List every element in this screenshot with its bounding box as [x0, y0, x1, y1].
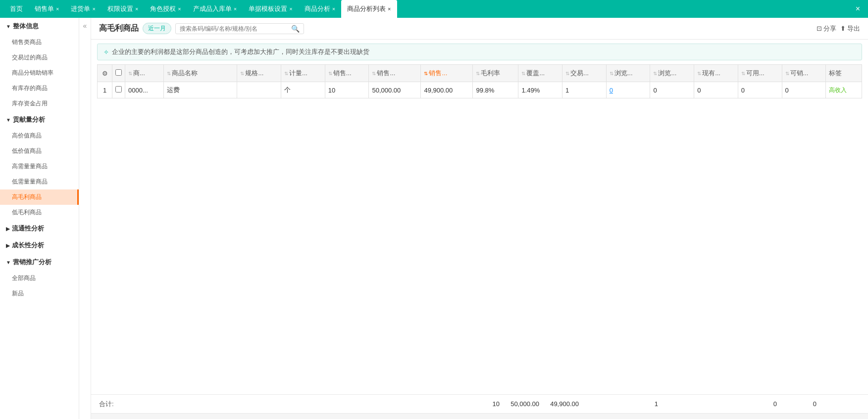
close-roles-tab[interactable]: ×: [178, 6, 181, 12]
col-spec[interactable]: ⇅规格...: [237, 65, 281, 82]
col-available-stock[interactable]: ⇅可用...: [738, 65, 782, 82]
search-input[interactable]: [180, 25, 291, 32]
export-icon: ⬆: [840, 25, 846, 32]
cell-name: 运费: [164, 82, 237, 98]
col-code[interactable]: ⇅商...: [125, 65, 164, 82]
sidebar-item-new-goods[interactable]: 新品: [0, 286, 79, 301]
col-view2[interactable]: ⇅浏览...: [650, 65, 694, 82]
sidebar-item-high-value[interactable]: 高价值商品: [0, 128, 79, 143]
sidebar-item-distribution-rate[interactable]: 商品分销助销率: [0, 65, 79, 81]
cell-checkbox[interactable]: [112, 82, 125, 98]
footer-current-stock: 0: [741, 400, 781, 408]
col-checkbox[interactable]: [112, 65, 125, 82]
filter-recent-month-button[interactable]: 近一月: [143, 23, 171, 34]
col-unit[interactable]: ⇅计量...: [281, 65, 325, 82]
col-tag[interactable]: 标签: [826, 65, 862, 82]
close-analysis-list-tab[interactable]: ×: [388, 6, 391, 12]
top-navigation: 首页 销售单 × 进货单 × 权限设置 × 角色授权 × 产成品入库单 × 单据…: [0, 0, 868, 18]
share-icon: ⊡: [817, 25, 822, 32]
nav-purchase[interactable]: 进货单 ×: [65, 0, 101, 18]
table-area: ⚙ ⇅商... ⇅商品名称 ⇅规格... ⇅计量... ⇅销售... ⇅销售..…: [91, 64, 868, 394]
cell-view2: 0: [650, 82, 694, 98]
export-button[interactable]: ⬆ 导出: [840, 24, 860, 33]
col-name[interactable]: ⇅商品名称: [164, 65, 237, 82]
close-sales-tab[interactable]: ×: [56, 6, 59, 12]
sidebar-group-marketing[interactable]: ▼ 营销推广分析: [0, 254, 79, 271]
close-analysis-tab[interactable]: ×: [332, 6, 335, 12]
sidebar-group-contribution[interactable]: ▼ 贡献量分析: [0, 111, 79, 128]
sidebar-item-high-margin[interactable]: 高毛利商品: [0, 189, 79, 205]
cell-sales-amount: 50,000.00: [369, 82, 421, 98]
nav-template[interactable]: 单据模板设置 ×: [243, 0, 298, 18]
nav-analysis[interactable]: 商品分析 ×: [299, 0, 341, 18]
cell-current-stock: 0: [694, 82, 738, 98]
col-sales-qty[interactable]: ⇅销售...: [325, 65, 369, 82]
sidebar-item-stock-capital[interactable]: 库存资金占用: [0, 96, 79, 111]
cell-saleable-stock: 0: [782, 82, 826, 98]
col-gross-rate[interactable]: ⇅毛利率: [473, 65, 518, 82]
sidebar-item-sales-goods[interactable]: 销售类商品: [0, 35, 79, 50]
sidebar-item-traded-goods[interactable]: 交易过的商品: [0, 50, 79, 65]
nav-permissions[interactable]: 权限设置 ×: [102, 0, 144, 18]
col-saleable-stock[interactable]: ⇅可销...: [782, 65, 826, 82]
sidebar-group-liquidity[interactable]: ▶ 流通性分析: [0, 220, 79, 237]
sidebar-item-high-demand[interactable]: 高需量量商品: [0, 159, 79, 174]
col-current-stock[interactable]: ⇅现有...: [694, 65, 738, 82]
search-box: 🔍: [175, 23, 304, 34]
group-label-growth: 成长性分析: [12, 241, 44, 250]
footer-sales-qty: 10: [464, 400, 504, 408]
sidebar-group-growth[interactable]: ▶ 成长性分析: [0, 237, 79, 254]
group-label-liquidity: 流通性分析: [12, 224, 44, 233]
horizontal-scrollbar[interactable]: [91, 413, 868, 419]
close-template-tab[interactable]: ×: [289, 6, 292, 12]
select-all-checkbox[interactable]: [115, 69, 122, 76]
info-icon: ✧: [103, 48, 109, 56]
close-all-button[interactable]: ×: [852, 4, 864, 13]
cell-tag: 高收入: [826, 82, 862, 98]
nav-home[interactable]: 首页: [4, 0, 29, 18]
col-coverage[interactable]: ⇅覆盖...: [518, 65, 562, 82]
close-production-tab[interactable]: ×: [234, 6, 237, 12]
sidebar-group-overall[interactable]: ▼ 整体信息: [0, 18, 79, 35]
nav-roles[interactable]: 角色授权 ×: [144, 0, 187, 18]
data-table: ⚙ ⇅商... ⇅商品名称 ⇅规格... ⇅计量... ⇅销售... ⇅销售..…: [97, 64, 862, 98]
col-sales-amount[interactable]: ⇅销售...: [369, 65, 421, 82]
arrow-contribution: ▼: [6, 117, 11, 123]
col-settings[interactable]: ⚙: [98, 65, 112, 82]
sidebar: ▼ 整体信息 销售类商品 交易过的商品 商品分销助销率 有库存的商品 库存资金占…: [0, 18, 79, 419]
cell-num: 1: [98, 82, 112, 98]
sidebar-collapse-button[interactable]: «: [79, 18, 91, 419]
footer-label: 合计:: [99, 400, 114, 409]
group-label-overall: 整体信息: [13, 22, 39, 31]
content-panel: 高毛利商品 近一月 🔍 ⊡ 分享 ⬆ 导出 ✧ 企业的主要的利润都是这部分商品创…: [91, 18, 868, 419]
sidebar-item-low-demand[interactable]: 低需量量商品: [0, 174, 79, 189]
share-button[interactable]: ⊡ 分享: [817, 24, 836, 33]
close-permissions-tab[interactable]: ×: [135, 6, 138, 12]
col-sales-profit[interactable]: ⇅销售...: [421, 65, 473, 82]
sidebar-item-all-goods[interactable]: 全部商品: [0, 271, 79, 286]
cell-unit: 个: [281, 82, 325, 98]
nav-production[interactable]: 产成品入库单 ×: [187, 0, 243, 18]
footer-available-stock: 0: [781, 400, 820, 408]
info-text: 企业的主要的利润都是这部分商品创造的，可考虑加大推广，同时关注库存是不要出现缺货: [112, 47, 369, 56]
cell-coverage: 1.49%: [518, 82, 562, 98]
row-checkbox[interactable]: [115, 86, 122, 93]
sidebar-item-low-value[interactable]: 低价值商品: [0, 143, 79, 159]
col-transaction[interactable]: ⇅交易...: [562, 65, 607, 82]
sidebar-item-low-margin[interactable]: 低毛利商品: [0, 205, 79, 220]
arrow-overall: ▼: [6, 24, 11, 29]
cell-available-stock: 0: [738, 82, 782, 98]
header-actions: ⊡ 分享 ⬆ 导出: [817, 24, 860, 33]
arrow-marketing: ▼: [6, 260, 11, 265]
nav-sales[interactable]: 销售单 ×: [29, 0, 65, 18]
footer-transaction: 1: [622, 400, 662, 408]
nav-analysis-list[interactable]: 商品分析列表 ×: [341, 0, 397, 18]
close-purchase-tab[interactable]: ×: [92, 6, 95, 12]
collapse-icon: «: [83, 22, 87, 30]
cell-view1[interactable]: 0: [606, 82, 650, 98]
content-header: 高毛利商品 近一月 🔍 ⊡ 分享 ⬆ 导出: [91, 18, 868, 40]
sidebar-item-in-stock[interactable]: 有库存的商品: [0, 81, 79, 96]
col-view1[interactable]: ⇅浏览...: [606, 65, 650, 82]
search-icon[interactable]: 🔍: [291, 25, 300, 33]
cell-code: 0000...: [125, 82, 164, 98]
